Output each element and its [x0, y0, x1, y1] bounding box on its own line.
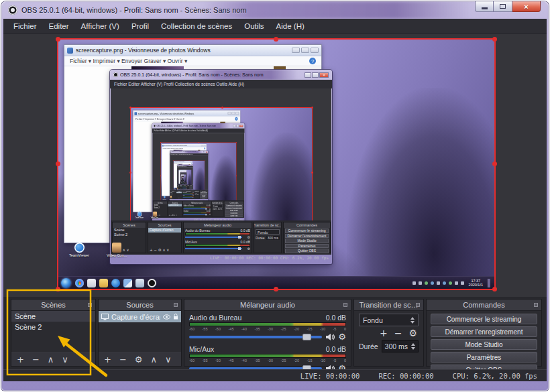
maximize-icon	[500, 4, 506, 9]
channel-settings-gear-icon[interactable]: ⚙	[338, 332, 346, 341]
volume-slider-handle[interactable]	[302, 334, 311, 340]
photo-viewer-window-controls	[201, 145, 206, 146]
resize-handle[interactable]	[492, 287, 497, 291]
window-controls: ×	[475, 1, 541, 12]
volume-meter	[189, 354, 346, 358]
resize-handle[interactable]	[274, 37, 278, 42]
duration-spinbox[interactable]: 300 ms	[382, 340, 419, 352]
nested-window-title: OBS 25.0.1 (64-bit, windows) - Profil: S…	[178, 165, 190, 166]
dock-float-icon[interactable]	[88, 303, 92, 307]
sources-panel: Sources Capture d'écran + − ⚙ ∧ ∨	[98, 299, 182, 367]
nested-window-controls: ×	[191, 165, 193, 166]
start-streaming-button[interactable]: Commencer le streaming	[431, 314, 537, 324]
photo-viewer-title: screencapture.png - Visionneuse de photo…	[174, 161, 190, 162]
menu-aide[interactable]: Aide (H)	[270, 22, 311, 30]
start-recording-button[interactable]: Démarrer l'enregistrement	[431, 326, 537, 337]
remove-source-button[interactable]: −	[119, 355, 127, 364]
menu-outils[interactable]: Outils	[238, 22, 270, 30]
minimize-button[interactable]	[475, 1, 494, 12]
resize-handle[interactable]	[56, 37, 60, 42]
obs-taskbar-icon	[148, 279, 156, 287]
dock-float-icon[interactable]	[343, 303, 347, 307]
captured-desktop: screencapture.png - Visionneuse de photo…	[173, 161, 205, 190]
menu-profil[interactable]: Profil	[125, 22, 155, 30]
add-transition-button[interactable]: +	[380, 328, 388, 338]
teamviewer-taskbar-icon	[111, 279, 120, 287]
nested-obs-window: OBS 25.0.1 (64-bit, windows) - Profil: S…	[110, 70, 332, 264]
nested-capture	[182, 178, 182, 180]
duration-label: Durée	[359, 342, 378, 350]
channel-name: Mic/Aux	[189, 345, 214, 354]
lock-icon[interactable]	[173, 314, 178, 320]
resize-handle[interactable]	[492, 37, 497, 42]
source-down-button[interactable]: ∨	[165, 355, 172, 364]
add-source-button[interactable]: +	[104, 355, 111, 364]
nested-window-title: OBS 25.0.1 (64-bit, windows) - Profil: S…	[120, 72, 302, 77]
nested-preview-area: screencapture.png - Visionneuse de photo…	[111, 88, 331, 220]
scenes-panel-title: Scènes	[41, 301, 66, 309]
nested-window-controls: ×	[233, 125, 243, 127]
speaker-icon[interactable]	[325, 333, 335, 341]
studio-mode-button[interactable]: Mode Studio	[431, 339, 537, 350]
photo-viewer-icon	[67, 48, 73, 54]
menu-collection-scenes[interactable]: Collection de scènes	[155, 22, 238, 30]
sources-panel-title: Sources	[126, 301, 153, 309]
menu-editer[interactable]: Editer	[43, 22, 75, 30]
pictures-app-icon	[123, 279, 132, 287]
obs-logo-icon	[8, 5, 17, 15]
photo-viewer-title: screencapture.png - Visionneuse de photo…	[76, 47, 289, 54]
nested-preview-area	[182, 178, 183, 180]
nested-window-title: OBS 25.0.1 (64-bit, windows) - Profil: S…	[172, 151, 203, 153]
remove-transition-button[interactable]: −	[394, 328, 402, 338]
scene-down-button[interactable]: ∨	[62, 355, 68, 364]
obs-logo-icon	[154, 125, 156, 127]
folder-icon	[99, 279, 108, 287]
nested-window-title: OBS 25.0.1 (64-bit, windows) - Profil: S…	[156, 125, 232, 127]
wallpaper-foliage	[347, 88, 494, 289]
resize-handle[interactable]	[56, 287, 60, 291]
source-up-button[interactable]: ∧	[150, 355, 157, 364]
photo-viewer-title: screencapture.png - Visionneuse de photo…	[138, 112, 227, 115]
help-icon: ?	[309, 58, 316, 64]
close-button[interactable]: ×	[512, 1, 541, 12]
dock-float-icon[interactable]	[174, 303, 178, 307]
nested-obs-window: OBS 25.0.1 (64-bit, windows) - Profil: S…	[152, 123, 244, 220]
meter-scale: -60-55-50-45-40-35-30-25-20-15-10-50	[189, 327, 346, 332]
photo-viewer-toolbar: Fichier ▾ Imprimer ▾ Envoyer Graver ▾ Ou…	[70, 58, 309, 64]
nested-capture: screencapture.png - Visionneuse de photo…	[173, 161, 205, 190]
screen-capture-selection[interactable]: screencapture.png - Visionneuse de photo…	[58, 40, 494, 289]
transition-type-select[interactable]: Fondu	[359, 314, 419, 326]
title-bar[interactable]: OBS 25.0.1 (64-bit, windows) - Profil: S…	[1, 1, 549, 19]
obs-main-window: OBS 25.0.1 (64-bit, windows) - Profil: S…	[1, 1, 549, 391]
menu-fichier[interactable]: Fichier	[7, 22, 43, 30]
nested-preview-area: screencapture.png - Visionneuse de photo…	[177, 167, 193, 184]
remove-scene-button[interactable]: −	[32, 355, 40, 364]
dock-float-icon[interactable]	[416, 303, 420, 307]
volume-slider[interactable]	[189, 336, 322, 338]
resize-handle[interactable]	[274, 287, 278, 291]
screenshot-root: OBS 25.0.1 (64-bit, windows) - Profil: S…	[0, 0, 550, 392]
maximize-button[interactable]	[494, 1, 512, 12]
desktop-icons: TeamViewer Video Con...	[162, 196, 174, 200]
photo-viewer-toolbar: Fichier ▾ Imprimer ▾ Envoyer Graver ▾ Ou…	[135, 117, 235, 121]
add-scene-button[interactable]: +	[17, 355, 24, 364]
source-properties-button[interactable]: ⚙	[135, 355, 143, 364]
nested-window-controls: ×	[186, 172, 186, 173]
desktop-icons: TeamViewer Video Con...	[65, 243, 131, 257]
dock-float-icon[interactable]	[534, 303, 538, 307]
captured-desktop: screencapture.png - Visionneuse de photo…	[178, 170, 191, 184]
window-title: OBS 25.0.1 (64-bit, windows) - Profil: S…	[21, 6, 247, 14]
eye-icon[interactable]	[163, 314, 170, 320]
resize-handle[interactable]	[56, 161, 60, 166]
document-app-icon	[87, 279, 96, 287]
transition-properties-gear-icon[interactable]: ⚙	[408, 328, 417, 338]
menu-afficher[interactable]: Afficher (V)	[75, 22, 125, 30]
app-icon	[153, 212, 157, 217]
controls-panel: Commandes Commencer le streaming Démarre…	[426, 299, 542, 367]
source-item-capture-ecran[interactable]: Capture d'écran	[99, 311, 181, 322]
settings-button[interactable]: Paramètres	[431, 352, 537, 363]
scene-item[interactable]: Scène	[11, 311, 95, 322]
scene-item[interactable]: Scène 2	[11, 322, 95, 332]
scene-up-button[interactable]: ∧	[48, 355, 54, 364]
resize-handle[interactable]	[492, 161, 497, 166]
